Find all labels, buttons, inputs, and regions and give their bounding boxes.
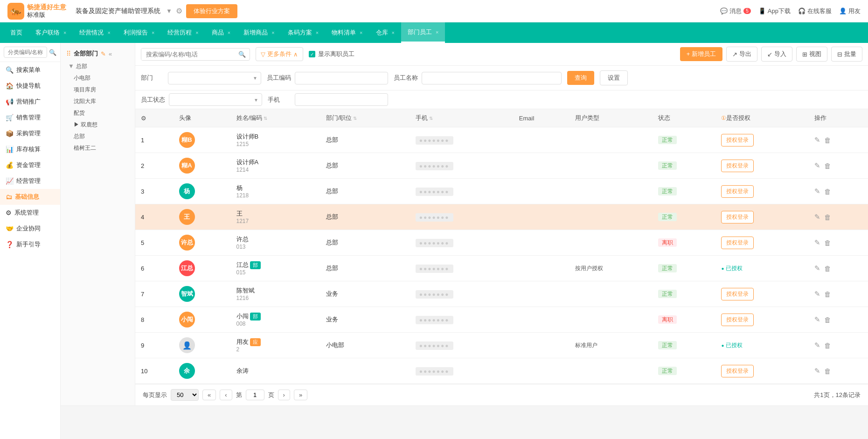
delete-button[interactable]: 🗑 <box>824 265 831 272</box>
last-page-btn[interactable]: » <box>294 390 307 400</box>
sidebar-item-basic[interactable]: 🗂 基础信息 <box>0 189 60 205</box>
table-row: 1 糊B 设计师B1215 总部 ●●●●●●● 正常 授权登录 ✎ 🗑 <box>135 127 868 153</box>
dept-tree-item-peihuo[interactable]: 配货 <box>64 107 131 119</box>
cell-actions: ✎ 🗑 <box>809 127 868 153</box>
sidebar-item-system[interactable]: ⚙ 系统管理 <box>0 205 60 221</box>
delete-button[interactable]: 🗑 <box>824 290 831 298</box>
tab-profit[interactable]: 利润报告 × <box>117 22 161 43</box>
per-page-select[interactable]: 50 20 100 <box>171 389 199 401</box>
page-input[interactable] <box>246 390 264 400</box>
auth-login-button[interactable]: 授权登录 <box>721 211 754 223</box>
tab-operation[interactable]: 经营情况 × <box>73 22 117 43</box>
auth-login-button[interactable]: 授权登录 <box>721 134 754 146</box>
edit-button[interactable]: ✎ <box>814 136 820 144</box>
delete-button[interactable]: 🗑 <box>824 188 831 195</box>
status-select[interactable] <box>169 93 262 106</box>
code-filter-input[interactable] <box>295 72 388 84</box>
tab-home[interactable]: 首页 <box>4 22 29 43</box>
dept-tree-item-shenyang[interactable]: 沈阳大库 <box>64 96 131 107</box>
tab-add-goods[interactable]: 新增商品 × <box>237 22 281 43</box>
sidebar-item-purchase[interactable]: 📦 采购管理 <box>0 125 60 141</box>
tab-customers[interactable]: 客户联络 × <box>29 22 73 43</box>
tab-bom[interactable]: 物料清单 × <box>325 22 369 43</box>
sidebar-item-collab[interactable]: 🤝 企业协同 <box>0 221 60 237</box>
cell-usertype <box>569 179 653 204</box>
tab-history[interactable]: 经营历程 × <box>161 22 205 43</box>
sidebar-item-business[interactable]: 📈 经营管理 <box>0 173 60 189</box>
filter-phone-group: 手机 <box>268 93 388 106</box>
auth-login-button[interactable]: 授权登录 <box>721 237 754 249</box>
query-button[interactable]: 查询 <box>567 71 594 85</box>
dept-select[interactable] <box>168 72 261 84</box>
all-dept-label[interactable]: 全部部门 <box>74 49 98 58</box>
settings-button[interactable]: ⚙ <box>176 7 182 15</box>
tab-staff[interactable]: 部门员工 × <box>401 22 445 43</box>
edit-button[interactable]: ✎ <box>814 238 820 247</box>
settings-icon[interactable]: ⚙ <box>141 115 146 122</box>
dept-tree-item-zongbu2[interactable]: 总部 <box>64 131 131 142</box>
edit-button[interactable]: ✎ <box>814 315 820 324</box>
sidebar-item-inventory[interactable]: 📊 库存核算 <box>0 141 60 157</box>
auth-login-button[interactable]: 授权登录 <box>721 185 754 198</box>
edit-button[interactable]: ✎ <box>814 290 820 298</box>
edit-button[interactable]: ✎ <box>814 187 820 195</box>
sidebar-item-sales[interactable]: 🛒 销售管理 <box>0 110 60 125</box>
delete-button[interactable]: 🗑 <box>824 213 831 221</box>
dept-tree-item-shuanglu[interactable]: ▶ 双鹿想 <box>64 119 131 131</box>
trial-button[interactable]: 体验行业方案 <box>186 4 237 18</box>
avatar: 杨 <box>179 183 195 199</box>
edit-button[interactable]: ✎ <box>814 161 820 170</box>
add-employee-button[interactable]: + 新增员工 <box>680 47 722 61</box>
more-filter-btn[interactable]: ▽ 更多条件 ∧ <box>256 47 303 61</box>
dept-tree-item-zongbu[interactable]: ▼总部 <box>64 61 131 72</box>
auth-login-button[interactable]: 授权登录 <box>721 314 754 326</box>
delete-button[interactable]: 🗑 <box>824 162 831 170</box>
delete-button[interactable]: 🗑 <box>824 136 831 144</box>
online-service-btn[interactable]: 🎧 在线客服 <box>798 7 832 15</box>
reset-button[interactable]: 设置 <box>600 70 628 85</box>
search-input[interactable] <box>141 49 235 60</box>
import-button[interactable]: ↙ 导入 <box>761 47 792 62</box>
search-button[interactable]: 🔍 <box>235 49 250 60</box>
view-button[interactable]: ⊞ 视图 <box>796 47 827 62</box>
sidebar-item-finance[interactable]: 💰 资金管理 <box>0 157 60 173</box>
auth-login-button[interactable]: 授权登录 <box>721 160 754 172</box>
app-download-btn[interactable]: 📱 App下载 <box>758 7 791 15</box>
dept-tree-item-zhishu[interactable]: 植树王二 <box>64 142 131 154</box>
edit-button[interactable]: ✎ <box>814 213 820 221</box>
edit-button[interactable]: ✎ <box>814 264 820 272</box>
message-btn[interactable]: 💬 消息 5 <box>720 7 751 15</box>
auth-login-button[interactable]: 授权登录 <box>721 288 754 300</box>
edit-button[interactable]: ✎ <box>814 341 820 349</box>
cell-no: 9 <box>135 333 174 358</box>
sidebar-item-guide[interactable]: ❓ 新手引导 <box>0 237 60 252</box>
delete-button[interactable]: 🗑 <box>824 316 831 324</box>
dept-tree-item-xiaodian[interactable]: 小电部 <box>64 72 131 84</box>
delete-button[interactable]: 🗑 <box>824 367 831 375</box>
delete-button[interactable]: 🗑 <box>824 341 831 349</box>
sidebar-search-input[interactable] <box>4 47 47 58</box>
print-button[interactable]: ⊟ 批量 <box>831 47 862 62</box>
delete-button[interactable]: 🗑 <box>824 239 831 247</box>
tab-goods[interactable]: 商品 × <box>205 22 237 43</box>
show-departed-toggle[interactable]: ✓ 显示离职员工 <box>309 50 354 58</box>
export-button[interactable]: ↗ 导出 <box>726 47 757 62</box>
auth-login-button[interactable]: 授权登录 <box>721 365 754 377</box>
next-page-btn[interactable]: › <box>278 390 290 400</box>
phone-filter-input[interactable] <box>295 93 388 106</box>
dept-tree-item-xiangmu[interactable]: 项目库房 <box>64 84 131 96</box>
name-filter-input[interactable] <box>422 72 562 84</box>
show-departed-checkbox[interactable]: ✓ <box>309 51 315 57</box>
user-btn[interactable]: 👤 用友 <box>839 7 861 15</box>
sidebar-item-nav[interactable]: 🏠 快捷导航 <box>0 78 60 94</box>
col-dept: 部门/职位 ⇅ <box>320 109 410 127</box>
sidebar-item-search[interactable]: 🔍 搜索菜单 <box>0 62 60 78</box>
tab-barcode[interactable]: 条码方案 × <box>281 22 325 43</box>
first-page-btn[interactable]: « <box>202 390 216 400</box>
prev-page-btn[interactable]: ‹ <box>220 390 232 400</box>
edit-button[interactable]: ✎ <box>814 367 820 375</box>
tab-warehouse[interactable]: 仓库 × <box>369 22 401 43</box>
sidebar-item-marketing[interactable]: 📢 营销推广 <box>0 94 60 110</box>
dept-collapse-icon[interactable]: « <box>109 50 112 57</box>
dept-edit-icon[interactable]: ✎ <box>101 50 106 57</box>
